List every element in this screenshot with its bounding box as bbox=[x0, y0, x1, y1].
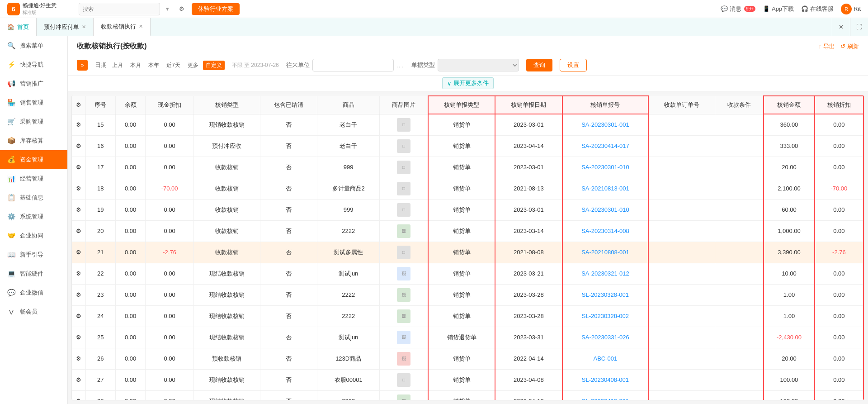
bill-no-link[interactable]: ABC-001 bbox=[594, 355, 618, 362]
cell-settings[interactable]: ⚙ bbox=[72, 114, 85, 135]
cell-no: 21 bbox=[85, 242, 115, 263]
bill-no-link[interactable]: SA-20210813-001 bbox=[581, 185, 629, 192]
cell-bill-no[interactable]: SL-20230328-001 bbox=[562, 284, 649, 305]
sidebar-item-member[interactable]: V 畅会员 bbox=[0, 302, 67, 321]
cell-bill-no[interactable]: SA-20210808-001 bbox=[562, 242, 649, 263]
sidebar-item-purchase[interactable]: 🛒 采购管理 bbox=[0, 112, 67, 131]
sidebar-item-hardware[interactable]: 💻 智能硬件 bbox=[0, 264, 67, 283]
filter-expand-button[interactable]: » bbox=[77, 60, 88, 71]
refresh-button[interactable]: ↺ 刷新 bbox=[840, 43, 859, 51]
sidebar-item-inventory[interactable]: 📦 库存核算 bbox=[0, 131, 67, 150]
app-download-item[interactable]: 📱 App下载 bbox=[763, 5, 794, 13]
settings-icon[interactable]: ⚙ bbox=[175, 3, 188, 15]
cell-settings[interactable]: ⚙ bbox=[72, 390, 85, 400]
cell-settings[interactable]: ⚙ bbox=[72, 327, 85, 348]
table-row: ⚙ 27 0.00 0.00 现结收款核销 否 衣服00001 □ 销货单 20… bbox=[72, 369, 863, 390]
th-settings[interactable]: ⚙ bbox=[72, 96, 85, 114]
cell-bill-no[interactable]: SA-20210813-001 bbox=[562, 178, 649, 199]
sidebar-item-finance[interactable]: 💰 资金管理 bbox=[0, 150, 67, 169]
refresh-icon: ↺ bbox=[840, 43, 845, 50]
query-button[interactable]: 查询 bbox=[526, 59, 552, 71]
online-service-item[interactable]: 🎧 在线客服 bbox=[801, 5, 834, 13]
bill-no-link[interactable]: SA-20230301-010 bbox=[581, 206, 629, 213]
sidebar-item-wechat[interactable]: 💬 企业微信 bbox=[0, 283, 67, 302]
date-this-month[interactable]: 本月 bbox=[127, 61, 144, 70]
cell-settings[interactable]: ⚙ bbox=[72, 348, 85, 369]
close-tab-button[interactable]: ✕ bbox=[832, 18, 850, 36]
sidebar-item-marketing[interactable]: 📢 营销推广 bbox=[0, 74, 67, 93]
cell-settings[interactable]: ⚙ bbox=[72, 305, 85, 327]
cell-balance: 0.00 bbox=[115, 135, 145, 157]
tab-receipt[interactable]: 收款核销执行 ✕ bbox=[94, 18, 151, 36]
cell-bill-no[interactable]: SL-20230408-001 bbox=[562, 369, 649, 390]
date-last-month[interactable]: 上月 bbox=[109, 61, 126, 70]
industry-button[interactable]: 休验行业方案 bbox=[192, 3, 240, 15]
cell-bill-no[interactable]: SA-20230331-026 bbox=[562, 327, 649, 348]
bill-no-link[interactable]: SL-20230328-001 bbox=[582, 291, 629, 298]
sidebar-item-business[interactable]: 📊 经营管理 bbox=[0, 169, 67, 188]
cell-bill-no[interactable]: SL-20230418-001 bbox=[562, 390, 649, 400]
collab-icon: 🤝 bbox=[7, 232, 15, 240]
cell-balance: 0.00 bbox=[115, 242, 145, 263]
date-last-7days[interactable]: 近7天 bbox=[164, 61, 183, 70]
date-custom[interactable]: 自定义 bbox=[203, 61, 225, 70]
cell-settings[interactable]: ⚙ bbox=[72, 199, 85, 220]
cell-bill-no[interactable]: SA-20230321-012 bbox=[562, 263, 649, 284]
sidebar-item-quick[interactable]: ⚡ 快捷导航 bbox=[0, 55, 67, 74]
cell-bill-no[interactable]: SA-20230301-001 bbox=[562, 114, 649, 135]
date-more[interactable]: 更多 bbox=[185, 61, 201, 70]
bill-type-select[interactable] bbox=[438, 59, 519, 71]
sidebar-item-system[interactable]: ⚙️ 系统管理 bbox=[0, 207, 67, 226]
bill-no-link[interactable]: SA-20210808-001 bbox=[581, 249, 629, 256]
cell-bill-no[interactable]: SA-20230414-017 bbox=[562, 135, 649, 157]
sidebar-item-collab[interactable]: 🤝 企业协同 bbox=[0, 226, 67, 245]
sidebar-item-search[interactable]: 🔍 搜索菜单 bbox=[0, 36, 67, 55]
tab-prepay-close[interactable]: ✕ bbox=[82, 24, 86, 30]
cell-product: 2222 bbox=[317, 390, 380, 400]
bill-no-link[interactable]: SA-20230331-026 bbox=[581, 334, 629, 341]
bill-no-link[interactable]: SA-20230301-001 bbox=[581, 121, 629, 128]
bill-no-link[interactable]: SL-20230408-001 bbox=[582, 376, 629, 383]
sidebar-item-sales[interactable]: 🏪 销售管理 bbox=[0, 93, 67, 112]
cell-settings[interactable]: ⚙ bbox=[72, 135, 85, 157]
bill-no-link[interactable]: SA-20230314-008 bbox=[581, 228, 629, 234]
user-area[interactable]: R Rit bbox=[841, 4, 861, 14]
cell-bill-no[interactable]: SL-20230328-002 bbox=[562, 305, 649, 327]
marketing-icon: 📢 bbox=[7, 80, 15, 88]
dropdown-icon[interactable]: ▾ bbox=[163, 5, 172, 14]
cell-settings[interactable]: ⚙ bbox=[72, 157, 85, 178]
cell-bill-no[interactable]: ABC-001 bbox=[562, 348, 649, 369]
cell-settings[interactable]: ⚙ bbox=[72, 369, 85, 390]
bill-no-link[interactable]: SA-20230301-010 bbox=[581, 164, 629, 171]
table-container[interactable]: ⚙ 序号 余额 现金折扣 核销类型 包含已结清 商品 商品图片 核销单报类型 核… bbox=[71, 95, 864, 400]
main-layout: 🔍 搜索菜单 ⚡ 快捷导航 📢 营销推广 🏪 销售管理 🛒 采购管理 📦 库存核… bbox=[0, 36, 868, 404]
bill-no-link[interactable]: SA-20230414-017 bbox=[581, 143, 629, 149]
cell-bill-no[interactable]: SA-20230301-010 bbox=[562, 157, 649, 178]
cell-bill-no[interactable]: SA-20230301-010 bbox=[562, 199, 649, 220]
bill-no-link[interactable]: SA-20230321-012 bbox=[581, 270, 629, 277]
expand-tab-button[interactable]: ⛶ bbox=[850, 18, 868, 36]
cell-included: 否 bbox=[260, 284, 317, 305]
cell-cash-discount: 0.00 bbox=[146, 390, 194, 400]
partner-input[interactable] bbox=[312, 59, 394, 71]
tab-home[interactable]: 🏠 首页 bbox=[0, 18, 37, 36]
sidebar-item-guide[interactable]: 📖 新手引导 bbox=[0, 245, 67, 264]
cell-settings[interactable]: ⚙ bbox=[72, 242, 85, 263]
bill-no-link[interactable]: SL-20230418-001 bbox=[582, 398, 629, 400]
cell-settings[interactable]: ⚙ bbox=[72, 178, 85, 199]
message-item[interactable]: 💬 消息 99+ bbox=[721, 5, 755, 13]
tab-prepay[interactable]: 预付冲应付单 ✕ bbox=[37, 18, 94, 36]
filter-setting-button[interactable]: 设置 bbox=[560, 59, 587, 71]
expand-more-button[interactable]: ∨ 展开更多条件 bbox=[442, 77, 494, 89]
cell-settings[interactable]: ⚙ bbox=[72, 263, 85, 284]
date-this-year[interactable]: 本年 bbox=[146, 61, 162, 70]
search-input[interactable] bbox=[79, 3, 160, 15]
cell-settings[interactable]: ⚙ bbox=[72, 284, 85, 305]
bill-no-link[interactable]: SL-20230328-002 bbox=[582, 313, 629, 319]
export-button[interactable]: ↑ 导出 bbox=[819, 43, 835, 51]
cell-settings[interactable]: ⚙ bbox=[72, 220, 85, 242]
tab-receipt-close[interactable]: ✕ bbox=[139, 24, 143, 29]
product-thumbnail: 🖼 bbox=[397, 394, 410, 401]
cell-bill-no[interactable]: SA-20230314-008 bbox=[562, 220, 649, 242]
sidebar-item-base[interactable]: 📋 基础信息 bbox=[0, 188, 67, 207]
